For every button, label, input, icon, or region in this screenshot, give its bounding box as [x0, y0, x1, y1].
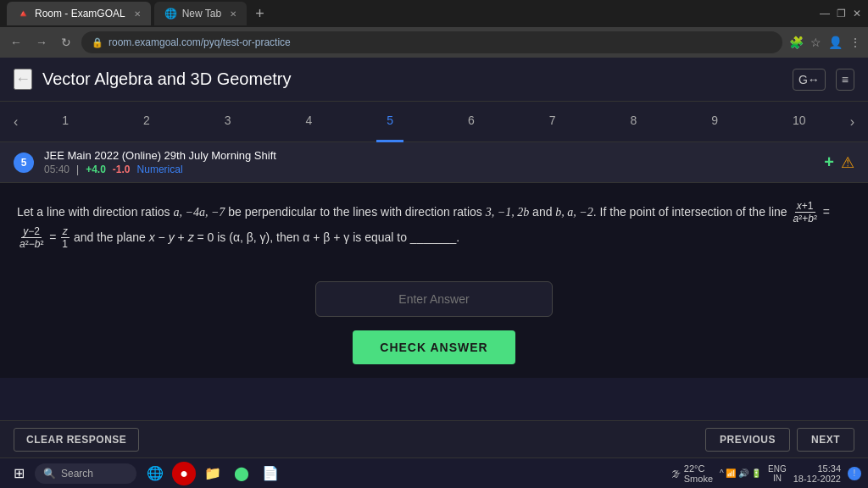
tag-time: 05:40: [44, 164, 70, 175]
tag-plus-marks: +4.0: [86, 164, 106, 175]
q-num-1[interactable]: 1: [52, 102, 79, 142]
reload-button[interactable]: ↻: [58, 34, 75, 51]
answer-input[interactable]: [315, 281, 553, 317]
tab-bar: 🔺 Room - ExamGOAL ✕ 🌐 New Tab ✕ + — ❐ ✕: [0, 0, 868, 27]
question-actions: + ⚠: [824, 152, 854, 172]
taskbar-time: 15:34 18-12-2022: [793, 463, 841, 484]
q-num-9[interactable]: 9: [701, 102, 728, 142]
taskbar-right: 🌫 22°C Smoke ^ 📶 🔊 🔋 ENGIN 15:34 18-12-2…: [671, 463, 861, 484]
answer-section: CHECK ANSWER: [0, 268, 868, 378]
tab-icon-examgoal: 🔺: [17, 8, 30, 19]
question-info-bar: 5 JEE Main 2022 (Online) 29th July Morni…: [0, 142, 868, 183]
q-math-1: a, −4a, −7: [173, 206, 225, 219]
tag-minus-marks: -1.0: [113, 164, 131, 175]
q-num-8[interactable]: 8: [620, 102, 648, 142]
bookmark-icon[interactable]: ☆: [810, 36, 821, 49]
address-text: room.examgoal.com/pyq/test-or-practice: [108, 36, 291, 48]
q-nums-container: 1 2 3 4 5 6 7 8 9 10: [25, 102, 843, 142]
tab-close-newtab[interactable]: ✕: [230, 9, 236, 19]
taskbar: ⊞ 🔍 Search 🌐 ● 📁 ⬤ 📄 🌫 22°C Smoke ^ 📶 🔊 …: [0, 458, 868, 488]
tab-examgoal[interactable]: 🔺 Room - ExamGOAL ✕: [7, 2, 151, 25]
forward-nav-button[interactable]: →: [32, 34, 51, 51]
q-frac-3: z1: [60, 225, 70, 251]
address-bar-row: ← → ↻ 🔒 room.examgoal.com/pyq/test-or-pr…: [0, 27, 868, 58]
taskbar-app-pdf[interactable]: 📄: [259, 462, 282, 485]
taskbar-weather: 🌫 22°C Smoke: [671, 463, 713, 484]
taskbar-app-chrome2[interactable]: ⬤: [230, 462, 253, 485]
translate-icon: G↔: [798, 73, 820, 86]
back-nav-button[interactable]: ←: [7, 34, 25, 51]
question-source: JEE Main 2022 (Online) 29th July Morning…: [44, 149, 814, 162]
taskbar-app-chrome[interactable]: 🌐: [143, 462, 167, 485]
add-question-button[interactable]: +: [824, 152, 834, 172]
taskbar-app-folder[interactable]: 📁: [201, 462, 225, 485]
q-eq-1: =: [820, 205, 830, 219]
warning-icon: ⚠: [841, 154, 854, 171]
new-tab-button[interactable]: +: [250, 5, 270, 23]
page-title: Vector Algebra and 3D Geometry: [42, 69, 793, 89]
minimize-icon[interactable]: —: [820, 8, 830, 19]
clock-time: 15:34: [793, 463, 841, 474]
address-bar[interactable]: 🔒 room.examgoal.com/pyq/test-or-practice: [81, 31, 782, 53]
q-frac-2: y−2a²−b²: [18, 225, 45, 251]
previous-button[interactable]: PREVIOUS: [705, 428, 790, 452]
q-text-1: Let a line with direction ratios: [17, 205, 173, 219]
q-eq-2: =: [46, 230, 59, 243]
bottom-nav-buttons: PREVIOUS NEXT: [705, 428, 854, 452]
clock-date: 18-12-2022: [793, 474, 841, 484]
q-num-7[interactable]: 7: [539, 102, 566, 142]
weather-icon: 🌫: [671, 469, 681, 479]
weather-temp: 22°C: [684, 463, 713, 474]
q-frac-1: x+1a²+b²: [792, 200, 819, 225]
lang-indicator: ENGIN: [768, 464, 787, 483]
question-nav: ‹ 1 2 3 4 5 6 7 8 9 10 ›: [0, 102, 868, 142]
tag-separator: |: [76, 164, 79, 175]
q-num-6[interactable]: 6: [458, 102, 485, 142]
q-text-5: and the plane x − y + z = 0 is (α, β, γ)…: [70, 230, 459, 243]
restore-icon[interactable]: ❐: [837, 8, 846, 19]
app-header: ← Vector Algebra and 3D Geometry G↔ ≡: [0, 58, 868, 102]
q-nav-prev[interactable]: ‹: [7, 114, 25, 130]
question-tags: 05:40 | +4.0 -1.0 Numerical: [44, 164, 814, 175]
q-num-3[interactable]: 3: [214, 102, 242, 142]
tab-icon-newtab: 🌐: [164, 8, 177, 19]
q-num-10[interactable]: 10: [782, 102, 816, 142]
q-text-2: be perpendicular to the lines with direc…: [225, 205, 485, 219]
tab-label-newtab: New Tab: [182, 8, 221, 19]
app-back-button[interactable]: ←: [14, 69, 32, 90]
menu-icon[interactable]: ⋮: [849, 36, 861, 49]
q-nav-next[interactable]: ›: [843, 114, 861, 130]
start-button[interactable]: ⊞: [7, 465, 31, 481]
extensions-icon[interactable]: 🧩: [789, 36, 804, 49]
notification-icon[interactable]: !: [848, 467, 861, 480]
question-meta: JEE Main 2022 (Online) 29th July Morning…: [44, 149, 814, 175]
next-button[interactable]: NEXT: [797, 428, 854, 452]
q-num-5[interactable]: 5: [376, 102, 403, 142]
browser-chrome: 🔺 Room - ExamGOAL ✕ 🌐 New Tab ✕ + — ❐ ✕ …: [0, 0, 868, 58]
filter-button[interactable]: ≡: [836, 69, 854, 91]
toolbar-icons: 🧩 ☆ 👤 ⋮: [789, 36, 861, 49]
translate-button[interactable]: G↔: [793, 69, 826, 91]
header-icons: G↔ ≡: [793, 69, 854, 91]
profile-icon[interactable]: 👤: [828, 36, 843, 49]
check-answer-button[interactable]: CHECK ANSWER: [353, 330, 515, 364]
bottom-bar: CLEAR RESPONSE PREVIOUS NEXT: [0, 420, 868, 458]
q-num-4[interactable]: 4: [296, 102, 323, 142]
weather-condition: Smoke: [684, 474, 713, 484]
q-text-4: . If the point of intersection of the li…: [593, 205, 791, 219]
warning-button[interactable]: ⚠: [841, 153, 854, 172]
q-math-3: b, a, −2: [555, 206, 593, 219]
clear-response-button[interactable]: CLEAR RESPONSE: [14, 428, 139, 452]
filter-icon: ≡: [842, 73, 849, 86]
question-content: Let a line with direction ratios a, −4a,…: [0, 183, 868, 268]
tab-close-examgoal[interactable]: ✕: [134, 9, 141, 19]
tab-newtab[interactable]: 🌐 New Tab ✕: [154, 2, 247, 25]
close-icon[interactable]: ✕: [853, 8, 861, 19]
q-math-2: 3, −1, 2b: [486, 206, 529, 219]
lock-icon: 🔒: [92, 37, 103, 48]
taskbar-app-red[interactable]: ●: [172, 462, 196, 485]
question-text: Let a line with direction ratios a, −4a,…: [17, 200, 851, 251]
q-num-2[interactable]: 2: [133, 102, 160, 142]
taskbar-search[interactable]: 🔍 Search: [35, 463, 136, 484]
question-badge: 5: [14, 152, 34, 173]
